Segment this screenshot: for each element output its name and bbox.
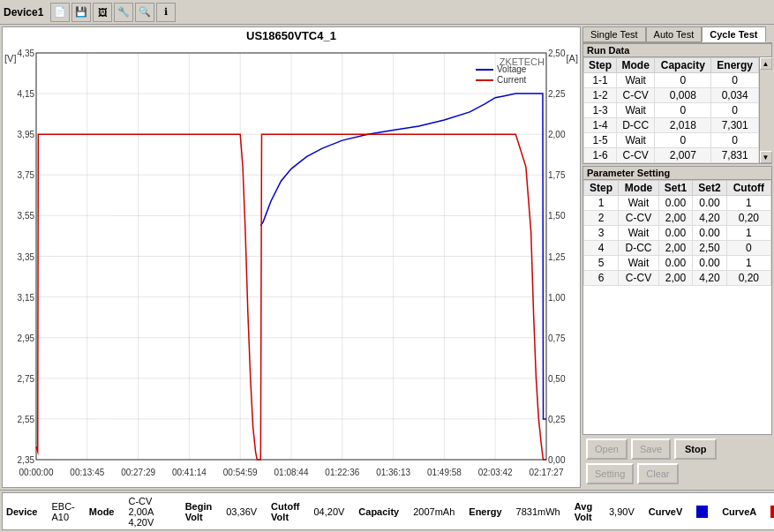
- param-title: Parameter Setting: [583, 167, 771, 180]
- label-begin: Begin Volt: [185, 501, 213, 522]
- val-cutoff: 04,20V: [313, 506, 344, 517]
- toolbar-search-btn[interactable]: 🔍: [135, 3, 154, 22]
- clear-button[interactable]: Clear: [637, 463, 678, 484]
- main-layout: US18650VTC4_1 Single Test Auto Test Cycl…: [0, 25, 774, 490]
- run-data-scrollbar[interactable]: ▲ ▼: [759, 57, 771, 163]
- pcol-mode: Mode: [619, 181, 659, 196]
- tabs-bar: Single Test Auto Test Cycle Test: [582, 26, 772, 43]
- run-data-table: Step Mode Capacity Energy 1-1Wait001-2C-…: [583, 57, 759, 163]
- table-row: 4D-CC2,002,500: [584, 241, 771, 256]
- toolbar-save-btn[interactable]: 💾: [71, 3, 91, 22]
- table-row: 1-1Wait00: [584, 73, 759, 88]
- table-row: 1-6C-CV2,0077,831: [584, 148, 759, 163]
- chart-canvas: [3, 44, 580, 486]
- col-capacity: Capacity: [655, 58, 711, 73]
- scroll-down-btn[interactable]: ▼: [760, 151, 772, 163]
- bottom-bar: Device EBC-A10 Mode C-CV 2,00A 4,20V Beg…: [0, 490, 774, 532]
- label-curveV: CurveV: [649, 506, 683, 517]
- chart-canvas-wrap: [3, 44, 580, 486]
- pcol-cutoff: Cutoff: [726, 181, 770, 196]
- table-row: 1-4D-CC2,0187,301: [584, 118, 759, 133]
- param-setting-section: Parameter Setting Step Mode Set1 Set2 Cu…: [582, 166, 772, 435]
- right-panel: Single Test Auto Test Cycle Test Run Dat…: [582, 26, 772, 488]
- label-curveA: CurveA: [722, 506, 756, 517]
- val-cap: 2007mAh: [413, 506, 455, 517]
- setting-button[interactable]: Setting: [586, 463, 634, 484]
- val-mode: C-CV 2,00A 4,20V: [129, 496, 171, 528]
- toolbar-info-btn[interactable]: ℹ: [156, 3, 176, 22]
- toolbar-settings-btn[interactable]: 🔧: [114, 3, 133, 22]
- stop-button[interactable]: Stop: [674, 438, 717, 460]
- col-energy: Energy: [711, 58, 759, 73]
- scroll-up-btn[interactable]: ▲: [760, 57, 772, 70]
- run-data-section: Run Data Step Mode Capacity Energy 1-1Wa…: [582, 43, 772, 164]
- pcol-step: Step: [584, 181, 619, 196]
- table-row: 6C-CV2,004,200,20: [584, 271, 771, 286]
- tab-cycle-test[interactable]: Cycle Test: [702, 26, 765, 42]
- save-button[interactable]: Save: [631, 438, 671, 460]
- col-mode: Mode: [617, 58, 655, 73]
- curve-v-swatch: [696, 506, 708, 518]
- action-buttons-2: Setting Clear: [582, 463, 772, 488]
- label-avg: Avg Volt: [575, 501, 595, 522]
- table-row: 5Wait0.000.001: [584, 256, 771, 271]
- app-title: Device1: [4, 6, 43, 19]
- open-button[interactable]: Open: [586, 438, 627, 460]
- chart-area: US18650VTC4_1: [2, 26, 581, 488]
- table-row: 1-3Wait00: [584, 103, 759, 118]
- table-row: 2C-CV2,004,200,20: [584, 211, 771, 226]
- chart-title: US18650VTC4_1: [3, 27, 580, 44]
- label-mode: Mode: [89, 506, 115, 517]
- param-table: Step Mode Set1 Set2 Cutoff 1Wait0.000.00…: [583, 180, 771, 286]
- label-energy: Energy: [469, 506, 501, 517]
- toolbar-new-btn[interactable]: 📄: [50, 3, 70, 22]
- label-device: Device: [6, 506, 37, 517]
- tab-single-test[interactable]: Single Test: [582, 26, 646, 42]
- table-row: 3Wait0.000.001: [584, 226, 771, 241]
- tab-auto-test[interactable]: Auto Test: [646, 26, 703, 42]
- table-row: 1-2C-CV0,0080,034: [584, 88, 759, 103]
- pcol-set1: Set1: [658, 181, 692, 196]
- val-device: EBC-A10: [51, 501, 74, 522]
- toolbar-open-btn[interactable]: 🖼: [93, 3, 112, 22]
- val-avg: 3,90V: [609, 506, 635, 517]
- val-begin: 03,36V: [226, 506, 257, 517]
- pcol-set2: Set2: [693, 181, 726, 196]
- device-info-bar: Device EBC-A10 Mode C-CV 2,00A 4,20V Beg…: [2, 492, 774, 530]
- val-energy: 7831mWh: [516, 506, 560, 517]
- label-cap: Capacity: [358, 506, 399, 517]
- title-bar: Device1 📄 💾 🖼 🔧 🔍 ℹ: [0, 0, 774, 25]
- action-buttons: Open Save Stop: [582, 435, 772, 463]
- label-cutoff: Cutoff Volt: [271, 501, 299, 522]
- table-row: 1Wait0.000.001: [584, 196, 771, 211]
- col-step: Step: [584, 58, 617, 73]
- run-data-title: Run Data: [583, 44, 771, 57]
- curve-a-swatch: [770, 506, 774, 518]
- table-row: 1-5Wait00: [584, 133, 759, 148]
